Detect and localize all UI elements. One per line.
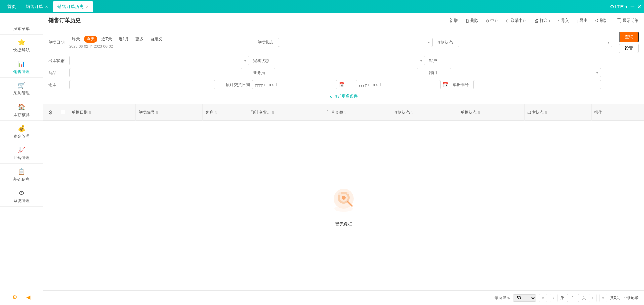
sidebar-item-search-menu-label: 搜索菜单 xyxy=(13,26,30,32)
col-date-label: 单据日期 xyxy=(72,110,88,115)
expected-date-from-input[interactable] xyxy=(252,80,337,89)
product-dots-icon[interactable]: … xyxy=(244,70,249,75)
sidebar-expand-btn[interactable]: ◀ xyxy=(23,292,34,302)
first-page-btn[interactable]: « xyxy=(539,294,547,302)
date-separator: — xyxy=(348,82,352,87)
page-size-select[interactable]: 50 100 200 xyxy=(513,294,536,302)
export-label: 导出 xyxy=(579,18,588,24)
expected-date-field: 预计交货日期 📅 — 📅 xyxy=(226,80,448,89)
tab-sales-order-history[interactable]: 销售订单历史 ✕ xyxy=(53,1,93,12)
col-outbound-sort-icon: ⇅ xyxy=(545,111,547,114)
purchase-mgmt-icon: 🛒 xyxy=(18,82,25,89)
date-filter-field: 单据日期 昨天 今天 近7天 近1月 更多 自定义 2023-06-02 至 2… xyxy=(48,36,253,49)
settings-gear-header[interactable]: ⚙ xyxy=(43,104,58,121)
stop-button[interactable]: ⊘ 中止 xyxy=(484,17,501,25)
sidebar-item-system-mgmt[interactable]: ⚙ 系统管理 xyxy=(0,185,43,207)
sidebar-settings-btn[interactable]: ⚙ xyxy=(9,292,20,302)
order-status-select[interactable]: ▾ xyxy=(278,38,433,47)
salesperson-input[interactable] xyxy=(274,68,418,77)
query-button[interactable]: 查询 xyxy=(619,32,639,42)
col-header-expected-date[interactable]: 预计交货... ⇅ xyxy=(248,104,324,121)
col-header-order-status[interactable]: 单据状态 ⇅ xyxy=(458,104,524,121)
col-header-amount[interactable]: 订单金额 ⇅ xyxy=(324,104,391,121)
cancel-stop-button[interactable]: ⊙ 取消中止 xyxy=(504,17,529,25)
collapse-more-btn[interactable]: ∧ 收起更多条件 xyxy=(48,92,639,101)
print-label: 打印 xyxy=(540,18,548,24)
product-input[interactable] xyxy=(69,68,242,77)
outbound-status-field: 出库状态 ▾ xyxy=(48,56,249,65)
expected-date-to-cal-icon[interactable]: 📅 xyxy=(443,82,448,87)
sidebar-item-search-menu[interactable]: ≡ 搜索菜单 xyxy=(0,13,43,35)
col-header-outbound-status[interactable]: 出库状态 ⇅ xyxy=(524,104,591,121)
date-btn-custom[interactable]: 自定义 xyxy=(147,36,165,43)
svg-point-4 xyxy=(342,196,346,200)
add-label: 新增 xyxy=(449,18,458,24)
col-payment-sort-icon: ⇅ xyxy=(411,111,414,114)
col-header-date[interactable]: 单据日期 ⇅ xyxy=(69,104,136,121)
customer-dots-icon[interactable]: … xyxy=(596,58,601,63)
col-header-payment-status[interactable]: 收款状态 ⇅ xyxy=(391,104,458,121)
date-btn-last7[interactable]: 近7天 xyxy=(99,36,115,43)
next-page-btn[interactable]: › xyxy=(589,294,597,302)
table-settings-icon[interactable]: ⚙ xyxy=(46,108,55,117)
tab-home[interactable]: 首页 xyxy=(3,1,21,12)
col-header-operation: 操作 xyxy=(591,104,644,121)
col-header-number[interactable]: 单据编号 ⇅ xyxy=(136,104,203,121)
customer-input[interactable] xyxy=(450,56,594,65)
sidebar-item-operations[interactable]: 📈 经营管理 xyxy=(0,142,43,164)
product-field: 商品 … xyxy=(48,68,249,77)
warehouse-dots-icon[interactable]: … xyxy=(217,82,222,87)
delete-button[interactable]: 🗑 删除 xyxy=(463,17,480,25)
page-unit: 页 xyxy=(582,295,586,301)
order-number-input[interactable] xyxy=(473,80,601,89)
page-title: 销售订单历史 xyxy=(48,17,81,24)
payment-status-select[interactable]: ▾ xyxy=(458,38,612,47)
settings-btn-filter[interactable]: 设置 xyxy=(619,44,639,53)
salesperson-label: 业务员 xyxy=(253,70,272,76)
date-btn-today[interactable]: 今天 xyxy=(84,36,97,43)
date-btn-yesterday[interactable]: 昨天 xyxy=(69,36,83,43)
select-all-checkbox[interactable] xyxy=(61,110,65,114)
add-button[interactable]: + 新增 xyxy=(444,17,460,25)
last-page-btn[interactable]: » xyxy=(599,294,607,302)
sidebar-item-quick-nav[interactable]: ⭐ 快捷导航 xyxy=(0,35,43,56)
import-button[interactable]: ↑ 导入 xyxy=(556,17,571,25)
tab-sales-order-close[interactable]: ✕ xyxy=(45,5,48,9)
total-info: 共0页，0条记录 xyxy=(610,295,639,301)
refresh-button[interactable]: ↺ 刷新 xyxy=(593,17,610,25)
sidebar-item-inventory[interactable]: 🏠 库存核算 xyxy=(0,99,43,121)
expected-date-from-cal-icon[interactable]: 📅 xyxy=(339,82,345,87)
sidebar-item-sales-mgmt[interactable]: 📊 销售管理 xyxy=(0,56,43,78)
outbound-status-select[interactable]: ▾ xyxy=(69,56,249,65)
col-header-customer[interactable]: 客户 ⇅ xyxy=(203,104,248,121)
expected-date-label: 预计交货日期 xyxy=(226,82,250,88)
sidebar-item-purchase-mgmt[interactable]: 🛒 采购管理 xyxy=(0,78,43,99)
expected-date-to-input[interactable] xyxy=(356,80,441,89)
window-close-btn[interactable]: ✕ xyxy=(637,4,641,10)
tab-sales-order-history-close[interactable]: ✕ xyxy=(86,5,89,9)
print-button[interactable]: 🖨 打印 ▾ xyxy=(532,17,552,25)
warehouse-input[interactable] xyxy=(69,80,215,89)
salesperson-field: 业务员 … xyxy=(253,68,425,77)
tab-sales-order-label: 销售订单 xyxy=(26,4,43,10)
sidebar-item-operations-label: 经营管理 xyxy=(13,155,30,161)
date-btn-more[interactable]: 更多 xyxy=(133,36,146,43)
current-page-input[interactable]: 1 xyxy=(567,294,579,302)
date-range-display: 2023-06-02 至 2023-06-02 xyxy=(69,44,165,49)
department-select[interactable]: ▾ xyxy=(450,68,601,77)
tab-home-label: 首页 xyxy=(7,4,16,10)
prev-page-btn[interactable]: ‹ xyxy=(550,294,558,302)
window-minimize-btn[interactable]: ─ xyxy=(631,4,634,10)
tab-sales-order[interactable]: 销售订单 ✕ xyxy=(21,1,53,12)
stop-icon: ⊘ xyxy=(486,18,489,23)
date-btn-last1m[interactable]: 近1月 xyxy=(116,36,132,43)
checkbox-header[interactable] xyxy=(58,104,69,121)
export-button[interactable]: ↓ 导出 xyxy=(574,17,590,25)
sidebar-item-base-info[interactable]: 📋 基础信息 xyxy=(0,164,43,185)
inventory-icon: 🏠 xyxy=(18,103,25,111)
sidebar-item-finance[interactable]: 💰 资金管理 xyxy=(0,121,43,142)
display-detail-checkbox[interactable] xyxy=(617,18,621,23)
department-field: 部门 ▾ xyxy=(429,68,601,77)
salesperson-dots-icon[interactable]: … xyxy=(420,70,425,75)
completion-status-select[interactable]: ▾ xyxy=(274,56,425,65)
